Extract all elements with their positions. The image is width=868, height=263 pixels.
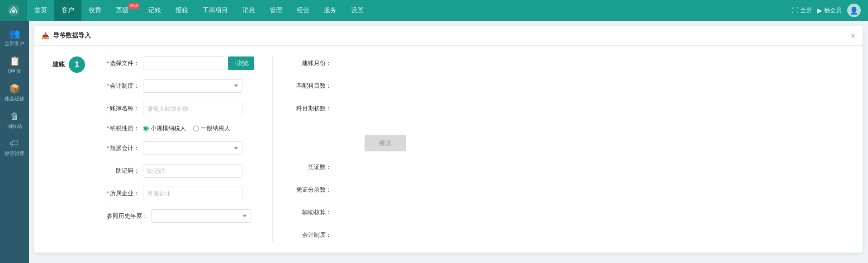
accounting-system-label: *会计制度： [107,82,139,90]
dialog-title: 📥 导爷数据导入 [42,32,91,40]
required-star-file: * [107,60,109,66]
nav-item-business[interactable]: 工商项目 [195,0,235,21]
build-btn-row: 建账 [291,126,435,151]
ledger-name-label: *账簿名称： [107,104,139,113]
avatar-icon: 👤 [849,6,859,15]
accountant-select[interactable] [143,141,242,155]
history-year-select[interactable] [152,209,251,223]
tag-icon: 🏷 [10,138,19,149]
accountant-label: *指派会计： [107,144,139,152]
step-area: 建账 1 [52,56,85,80]
migration-icon: 📦 [9,83,20,94]
dialog-panel: 📥 导爷数据导入 × 建账 1 [34,26,863,253]
sidebar-item-tag[interactable]: 🏷 标签设置 [0,135,29,160]
voucher-entries-row: 凭证分录数： [291,183,435,197]
nav-item-service[interactable]: 服务 [317,0,344,21]
build-month-label: 建账月份： [291,59,332,67]
voucher-label: 凭证数： [291,163,332,171]
ledger-name-row: *账簿名称： [107,102,297,115]
file-input[interactable] [143,56,224,70]
step-circle: 1 [69,56,85,73]
nav-item-manage[interactable]: 管理 [262,0,289,21]
form-right: 建账月份： 匹配科目数： 科目期初数： 建账 [272,56,435,242]
recycle-icon: 🗑 [10,111,19,122]
fullscreen-btn[interactable]: ⛶ 全屏 [792,6,812,14]
browse-button[interactable]: +浏览 [228,56,254,70]
sidebar-item-label-recycle: 回收站 [7,123,22,129]
company-label: *所属企业： [107,189,139,197]
company-row: *所属企业： [107,187,297,200]
company-input[interactable] [143,187,242,200]
tax-small-radio[interactable]: 小规模纳税人 [143,124,186,132]
sidebar: 👥 全部客户 📋 0申报 📦 账套迁移 🗑 回收站 🏷 标签设置 [0,21,29,263]
tax-general-radio-input[interactable] [193,126,199,132]
nav-items: 首页 客户 收费 票据 new 记账 报税 工商项目 消息 管理 经营 服务 设… [27,0,792,21]
all-clients-icon: 👥 [9,28,20,39]
accounting-system-right-row: 会计制度： [291,228,435,242]
required-star-tax: * [107,125,109,132]
nav-item-home[interactable]: 首页 [27,0,54,21]
fullscreen-icon: ⛶ [792,7,798,14]
svg-point-1 [12,9,15,13]
top-nav: 首页 客户 收费 票据 new 记账 报税 工商项目 消息 管理 经营 服务 设… [0,0,868,21]
main-content: 📥 导爷数据导入 × 建账 1 [29,21,868,263]
match-subjects-row: 匹配科目数： [291,79,435,93]
sidebar-item-recycle[interactable]: 🗑 回收站 [0,108,29,133]
sidebar-item-declare[interactable]: 📋 0申报 [0,52,29,78]
history-year-label: 参照历史年度： [107,212,148,220]
step-label: 建账 [52,61,65,69]
ledger-name-input[interactable] [143,102,242,115]
sidebar-item-label-migration: 账套迁移 [5,96,24,102]
build-button[interactable]: 建账 [365,135,406,151]
history-year-row: 参照历史年度： [107,209,297,223]
import-icon: 📥 [42,32,49,39]
required-star-acct: * [107,82,109,89]
nav-right: ⛶ 全屏 ▶ 畅会员 👤 [792,4,868,17]
vip-icon: ▶ [817,7,822,14]
new-badge: new [128,3,139,9]
accounting-system-row: *会计制度： [107,79,297,93]
vip-btn[interactable]: ▶ 畅会员 [817,6,842,14]
voucher-row: 凭证数： [291,160,435,174]
sidebar-item-migration[interactable]: 📦 账套迁移 [0,80,29,105]
file-label: *选择文件： [107,59,139,67]
sidebar-item-label-declare: 0申报 [8,68,21,74]
aux-accounting-label: 辅助核算： [291,208,332,216]
required-star-ledger: * [107,105,109,112]
nav-item-bookkeeping[interactable]: 记账 [141,0,168,21]
tax-type-row: *纳税性质： 小规模纳税人 一般纳税人 [107,124,297,132]
avatar[interactable]: 👤 [847,4,861,17]
aux-accounting-row: 辅助核算： [291,206,435,219]
nav-item-fee[interactable]: 收费 [81,0,109,21]
build-month-row: 建账月份： [291,56,435,70]
required-star-acct2: * [107,145,109,151]
memo-row: 助记码： [107,164,297,178]
sidebar-item-label-all-clients: 全部客户 [5,41,24,47]
close-button[interactable]: × [850,32,855,40]
voucher-entries-label: 凭证分录数： [291,186,332,194]
tax-radio-group: 小规模纳税人 一般纳税人 [143,124,230,132]
tax-small-radio-input[interactable] [143,126,149,132]
nav-item-tax[interactable]: 报税 [168,0,195,21]
nav-item-ticket[interactable]: 票据 new [109,0,141,21]
tax-type-label: *纳税性质： [107,124,139,132]
required-star-company: * [107,190,109,197]
form-left: *选择文件： +浏览 *会计制度： [107,56,297,223]
dialog-header: 📥 导爷数据导入 × [34,26,863,46]
dialog-body: 建账 1 *选择文件： [34,46,863,253]
memo-input[interactable] [143,164,242,178]
subject-opening-label: 科目期初数： [291,104,332,113]
sidebar-item-all-clients[interactable]: 👥 全部客户 [0,24,29,50]
declare-icon: 📋 [9,56,20,66]
nav-logo [0,0,27,21]
tax-general-radio[interactable]: 一般纳税人 [193,124,230,132]
nav-item-operate[interactable]: 经营 [289,0,317,21]
nav-item-message[interactable]: 消息 [235,0,262,21]
accountant-row: *指派会计： [107,141,297,155]
accounting-system-select[interactable] [143,79,242,93]
accounting-system-right-label: 会计制度： [291,231,332,239]
nav-item-client[interactable]: 客户 [54,0,81,21]
file-row: *选择文件： +浏览 [107,56,297,70]
layout: 👥 全部客户 📋 0申报 📦 账套迁移 🗑 回收站 🏷 标签设置 📥 导 [0,21,868,263]
nav-item-settings[interactable]: 设置 [344,0,371,21]
